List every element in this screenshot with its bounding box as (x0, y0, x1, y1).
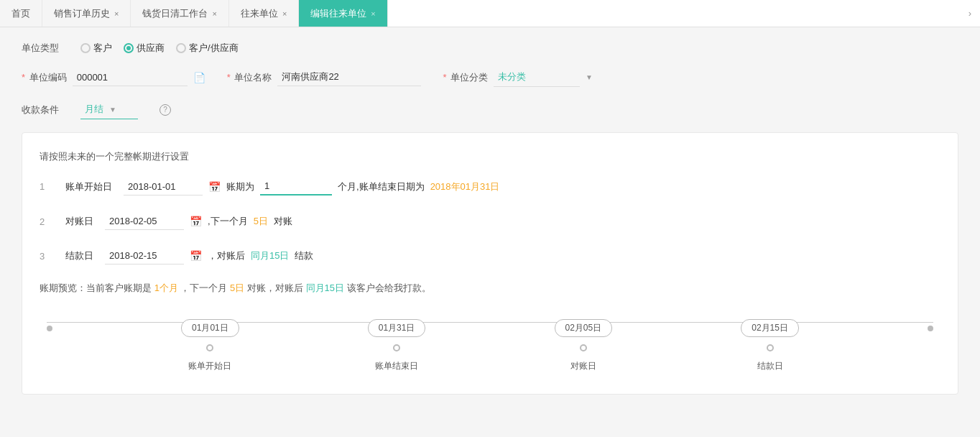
setting-row-2: 2 对账日 📅 ,下一个月 5日 对账 (40, 213, 940, 230)
radio-customer-supplier[interactable]: 客户/供应商 (176, 42, 239, 55)
timeline-badge-4: 02月15日 (741, 319, 799, 337)
timeline-node-4: 02月15日 结款日 (741, 319, 799, 372)
help-icon[interactable]: ? (160, 104, 171, 116)
unit-category-label: * 单位分类 (443, 71, 488, 84)
tab-home[interactable]: 首页 (0, 0, 42, 27)
unit-type-row: 单位类型 客户 供应商 客户/供应商 (22, 42, 958, 55)
preview-text: 账期预览：当前客户账期是 1个月 ，下一个月 5日 对账，对账后 同月15日 该… (40, 282, 940, 295)
timeline-badge-2: 01月31日 (368, 319, 426, 337)
payment-terms-select[interactable]: 月结 ▼ (80, 100, 138, 119)
account-end-date: 2018年01月31日 (430, 180, 500, 193)
tab-sales-history[interactable]: 销售订单历史 × (42, 0, 131, 27)
settlement-calendar-icon[interactable]: 📅 (190, 250, 202, 262)
timeline-node-3: 02月05日 对账日 (555, 319, 613, 372)
main-content: 单位类型 客户 供应商 客户/供应商 * 单位编码 📄 (0, 27, 980, 437)
timeline-label-3: 对账日 (570, 360, 596, 372)
period-value-input[interactable] (260, 178, 332, 196)
unit-category-group: * 单位分类 未分类 ▼ (443, 68, 593, 87)
unit-info-row: * 单位编码 📄 * 单位名称 * 单位分类 未分类 ▼ (22, 68, 958, 87)
unit-code-input[interactable] (73, 69, 188, 86)
timeline-nodes: 01月01日 账单开始日 01月31日 账单结束日 02月05日 (47, 319, 933, 372)
unit-code-group: * 单位编码 📄 (22, 69, 205, 86)
preview-highlight-1: 1个月 (154, 282, 178, 293)
card-instruction: 请按照未来的一个完整帐期进行设置 (40, 150, 940, 163)
payment-terms-label: 收款条件 (22, 104, 59, 116)
reconciliation-calendar-icon[interactable]: 📅 (190, 216, 202, 227)
radio-customer-circle (80, 43, 91, 53)
tab-partner-units[interactable]: 往来单位 × (229, 0, 299, 27)
timeline-left-dot (47, 326, 52, 331)
timeline-node-2: 01月31日 账单结束日 (368, 319, 426, 372)
setting-row-3: 3 结款日 📅 ，对账后 同月15日 结款 (40, 247, 940, 264)
timeline-label-4: 结款日 (757, 360, 783, 372)
tab-close-sales-history[interactable]: × (114, 9, 119, 18)
tab-bar: 首页 销售订单历史 × 钱货日清工作台 × 往来单位 × 编辑往来单位 × › (0, 0, 980, 27)
unit-category-chevron: ▼ (586, 73, 593, 81)
unit-type-label: 单位类型 (22, 42, 59, 55)
timeline-section: 01月01日 账单开始日 01月31日 账单结束日 02月05日 (40, 312, 940, 372)
tab-close-partner-units[interactable]: × (282, 9, 287, 18)
tab-close-edit-partner[interactable]: × (371, 9, 375, 18)
timeline-right-dot (928, 326, 933, 331)
radio-supplier-circle (124, 43, 134, 53)
tab-edit-partner[interactable]: 编辑往来单位 × (299, 0, 387, 27)
payment-terms-row: 收款条件 月结 ▼ ? (22, 100, 958, 119)
unit-name-input[interactable] (277, 69, 421, 86)
reconciliation-date-input[interactable] (105, 213, 184, 230)
tab-cash-flow[interactable]: 钱货日清工作台 × (131, 0, 228, 27)
preview-highlight-2: 5日 (230, 282, 244, 293)
setting-row-1: 1 账单开始日 📅 账期为 个月,账单结束日期为 2018年01月31日 (40, 178, 940, 196)
timeline-node-1: 01月01日 账单开始日 (181, 319, 239, 372)
copy-icon[interactable]: 📄 (193, 72, 205, 83)
reconciliation-label: 对账日 (65, 215, 93, 228)
tab-close-cash-flow[interactable]: × (212, 9, 216, 18)
timeline-badge-1: 01月01日 (181, 319, 239, 337)
account-start-label: 账单开始日 (65, 180, 112, 193)
unit-category-select[interactable]: 未分类 (494, 68, 580, 87)
radio-supplier[interactable]: 供应商 (124, 42, 165, 55)
account-start-calendar-icon[interactable]: 📅 (208, 181, 221, 193)
tab-more-arrow[interactable]: › (960, 0, 980, 27)
preview-highlight-3: 同月15日 (306, 282, 344, 293)
unit-name-label: * 单位名称 (227, 71, 272, 84)
timeline-badge-3: 02月05日 (555, 319, 613, 337)
settlement-date-input[interactable] (105, 247, 184, 264)
payment-terms-chevron: ▼ (109, 106, 116, 114)
timeline-label-2: 账单结束日 (375, 360, 418, 372)
reconciliation-highlight: 5日 (254, 215, 268, 228)
unit-name-group: * 单位名称 (227, 69, 422, 86)
settlement-label: 结款日 (65, 249, 93, 262)
unit-code-label: * 单位编码 (22, 71, 67, 84)
radio-customer-supplier-circle (176, 43, 186, 53)
timeline-label-1: 账单开始日 (188, 360, 231, 372)
account-start-date-input[interactable] (124, 178, 203, 196)
settlement-highlight: 同月15日 (251, 249, 289, 262)
unit-type-radio-group: 客户 供应商 客户/供应商 (80, 42, 239, 55)
settings-card: 请按照未来的一个完整帐期进行设置 1 账单开始日 📅 账期为 个月,账单结束日期… (22, 132, 958, 395)
radio-customer[interactable]: 客户 (80, 42, 112, 55)
